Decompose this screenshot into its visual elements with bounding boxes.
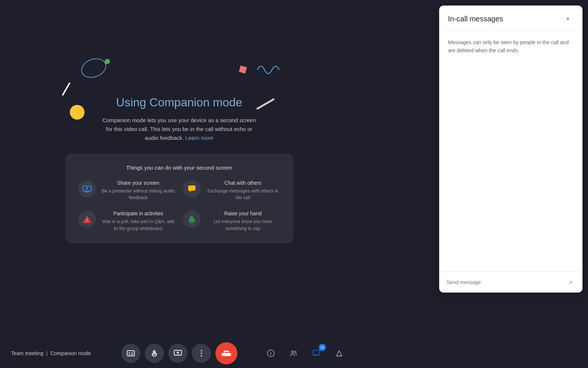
svg-rect-1: [188, 185, 196, 191]
chat-text: Chat with others Exchange messages with …: [206, 180, 280, 202]
svg-point-12: [201, 355, 202, 357]
share-screen-text: Share your screen Be a presenter without…: [101, 180, 176, 202]
bottom-bar: Team meeting | Companion mode: [0, 339, 358, 368]
share-screen-title: Share your screen: [101, 180, 176, 186]
svg-rect-17: [313, 350, 320, 355]
send-message-input[interactable]: [445, 276, 565, 288]
svg-point-11: [201, 353, 202, 354]
share-screen-desc: Be a presenter without risking audio fee…: [101, 188, 176, 202]
raise-hand-title: Raise your hand: [206, 210, 280, 216]
companion-content: Using Companion mode Companion mode lets…: [65, 96, 293, 243]
people-button[interactable]: [286, 345, 302, 361]
captions-button[interactable]: [121, 344, 140, 363]
raise-hand-text: Raise your hand Let everyone know you ha…: [206, 210, 280, 232]
chat-title: Chat with others: [206, 180, 280, 186]
features-card: Things you can do with your second scree…: [65, 153, 293, 243]
participate-icon-wrap: !: [78, 210, 96, 228]
companion-description: Companion mode lets you use your device …: [102, 116, 257, 142]
raise-hand-button[interactable]: [145, 344, 164, 363]
participate-title: Participate in activites: [101, 210, 176, 216]
svg-text:!: !: [86, 219, 87, 223]
more-options-icon: [197, 349, 206, 358]
raise-hand-ctrl-icon: [150, 349, 159, 358]
panel-title: In-call messages: [448, 15, 503, 23]
chat-desc: Exchange messages with others in the cal…: [206, 188, 280, 202]
deco-oval: [79, 55, 109, 81]
raise-hand-desc: Let everyone know you have something to …: [206, 218, 280, 232]
controls-right: 25: [263, 345, 347, 361]
panel-header: In-call messages ×: [439, 6, 582, 31]
feature-chat: Chat with others Exchange messages with …: [183, 180, 280, 202]
people-icon: [290, 349, 298, 357]
captions-icon: [126, 349, 135, 358]
meeting-name: Team meeting: [11, 350, 43, 356]
main-area: Using Companion mode Companion mode lets…: [0, 0, 358, 368]
raise-hand-icon: [187, 214, 197, 224]
info-icon: [267, 349, 275, 357]
activities-button[interactable]: [331, 345, 347, 361]
learn-more-link[interactable]: Learn more: [185, 135, 214, 141]
present-button[interactable]: [168, 344, 187, 363]
deco-square: [239, 66, 247, 74]
companion-mode-label: Companion mode: [50, 350, 91, 356]
in-call-messages-panel: In-call messages × Messages can only be …: [439, 6, 582, 293]
deco-wave: [254, 59, 283, 81]
svg-point-15: [292, 351, 294, 353]
deco-dot: [105, 59, 110, 64]
features-title: Things you can do with your second scree…: [78, 164, 280, 171]
panel-messages-area: [439, 62, 582, 272]
chat-ctrl-icon: [312, 349, 320, 357]
raise-hand-icon-wrap: [183, 210, 201, 228]
participate-text: Participate in activites Vote in a poll,…: [101, 210, 176, 232]
chat-icon: [187, 184, 197, 194]
companion-title: Using Companion mode: [65, 96, 293, 109]
feature-raise-hand: Raise your hand Let everyone know you ha…: [183, 210, 280, 232]
panel-description: Messages can only be seen by people in t…: [439, 31, 582, 62]
more-options-button[interactable]: [192, 344, 211, 363]
chat-badge: 25: [319, 344, 326, 351]
activities-icon: [335, 349, 343, 357]
features-grid: Share your screen Be a presenter without…: [78, 180, 280, 232]
panel-input-area: ➤: [439, 272, 582, 293]
share-screen-icon: [82, 184, 92, 194]
svg-rect-4: [127, 351, 135, 356]
deco-slash1: [62, 82, 70, 96]
panel-close-button[interactable]: ×: [562, 13, 574, 25]
info-button[interactable]: [263, 345, 279, 361]
meeting-label: Team meeting | Companion mode: [11, 350, 91, 356]
participate-desc: Vote in a poll, take part in Q&A, add to…: [101, 218, 176, 232]
controls-center: [121, 342, 237, 364]
svg-point-10: [201, 350, 202, 351]
participate-icon: !: [82, 214, 92, 224]
feature-share-screen: Share your screen Be a presenter without…: [78, 180, 176, 202]
svg-point-16: [294, 351, 296, 353]
share-screen-icon-wrap: [78, 180, 96, 198]
present-icon: [173, 349, 182, 358]
chat-button[interactable]: 25: [308, 345, 325, 361]
svg-point-14: [270, 351, 271, 352]
send-message-button[interactable]: ➤: [565, 277, 577, 288]
end-call-button[interactable]: [215, 342, 237, 364]
end-call-icon: [222, 348, 231, 358]
feature-participate: ! Participate in activites Vote in a pol…: [78, 210, 176, 232]
chat-icon-wrap: [183, 180, 201, 198]
